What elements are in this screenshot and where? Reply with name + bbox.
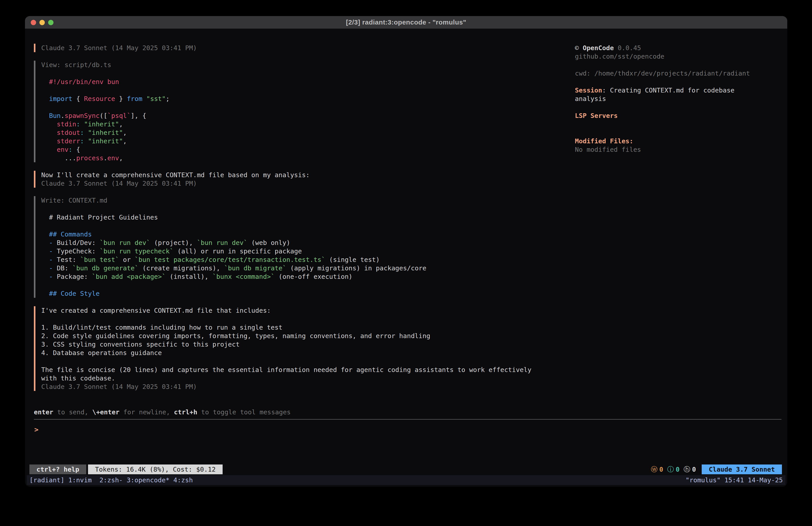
text-line: ...process.env, <box>41 154 170 162</box>
text-line: # Radiant Project Guidelines <box>41 213 426 222</box>
tmux-window-list: [radiant] 1:nvim 2:zsh- 3:opencode* 4:zs… <box>29 476 193 484</box>
text-line <box>575 120 782 128</box>
text-line: Now I'll create a comprehensive CONTEXT.… <box>41 171 310 179</box>
text-line <box>575 128 782 137</box>
block-accent-bar <box>34 306 35 391</box>
text-line: import { Resource } from "sst"; <box>41 95 170 103</box>
message-block: Now I'll create a comprehensive CONTEXT.… <box>34 171 573 188</box>
tmux-host-time: "romulus" 15:41 14-May-25 <box>686 476 783 484</box>
text-line: LSP Servers <box>575 111 782 120</box>
text-line <box>41 204 426 213</box>
text-line <box>41 315 532 323</box>
text-line: - Test: `bun test` or `bun test packages… <box>41 255 426 264</box>
minimize-button[interactable] <box>40 20 45 25</box>
warnings-indicator-icon: ⓦ <box>651 465 657 474</box>
text-line: #!/usr/bin/env bun <box>41 77 170 86</box>
text-line: cwd: /home/thdxr/dev/projects/radiant/ra… <box>575 69 782 77</box>
block-accent-bar <box>34 171 35 188</box>
text-line: Session: Creating CONTEXT.md for codebas… <box>575 86 782 95</box>
text-line: with this codebase. <box>41 374 532 382</box>
window-title: [2/3] radiant:3:opencode - "romulus" <box>346 18 466 26</box>
model-chip: Claude 3.7 Sonnet <box>702 465 782 474</box>
block-accent-bar <box>34 61 35 162</box>
text-line: Bun.spawnSync([`psql`], { <box>41 111 170 120</box>
text-line: - Build/Dev: `bun run dev` (project), `b… <box>41 239 426 247</box>
text-line: View: script/db.ts <box>41 61 170 69</box>
text-line: ## Code Style <box>41 289 426 298</box>
hints-indicator-icon: ⓗ <box>684 465 690 474</box>
text-line: I've created a comprehensive CONTEXT.md … <box>41 306 532 315</box>
text-line <box>41 86 170 95</box>
text-line: Claude 3.7 Sonnet (14 May 2025 03:41 PM) <box>41 44 197 52</box>
keybind-hints: enter to send, \+enter for newline, ctrl… <box>34 408 291 416</box>
terminal-window: [2/3] radiant:3:opencode - "romulus" Cla… <box>25 16 787 487</box>
tmux-window-item[interactable]: 2:zsh- <box>99 476 123 484</box>
input-divider <box>34 419 782 420</box>
session-sidebar: © OpenCode 0.0.45github.com/sst/opencode… <box>575 44 782 154</box>
text-line <box>41 281 426 289</box>
text-line: 1. Build/lint/test commands including ho… <box>41 323 532 332</box>
text-line <box>41 357 532 366</box>
text-line: stdin: "inherit", <box>41 120 170 128</box>
close-button[interactable] <box>31 20 36 25</box>
tmux-session-name: [radiant] <box>29 476 69 484</box>
tmux-window-item[interactable]: 3:opencode* <box>127 476 170 484</box>
text-line <box>575 103 782 111</box>
conversation: Claude 3.7 Sonnet (14 May 2025 03:41 PM)… <box>34 44 573 399</box>
block-accent-bar <box>34 196 35 298</box>
text-line: - DB: `bun db generate` (create migratio… <box>41 264 426 272</box>
text-line: Claude 3.7 Sonnet (14 May 2025 03:41 PM) <box>41 382 532 391</box>
text-line: Modified Files: <box>575 137 782 145</box>
hints-indicator: ⓗ0 <box>684 465 696 474</box>
text-line: Write: CONTEXT.md <box>41 196 426 204</box>
text-line: © OpenCode 0.0.45 <box>575 44 782 52</box>
status-bar: ctrl+? help Tokens: 16.4K (8%), Cost: $0… <box>29 465 782 474</box>
info-indicator-icon: ⓘ <box>667 465 674 474</box>
text-line: stderr: "inherit", <box>41 137 170 145</box>
text-line: stdout: "inherit", <box>41 128 170 137</box>
text-line: github.com/sst/opencode <box>575 52 782 61</box>
prompt-input[interactable]: > <box>34 425 39 434</box>
text-line: ## Commands <box>41 230 426 239</box>
message-block: I've created a comprehensive CONTEXT.md … <box>34 306 573 391</box>
text-line <box>41 103 170 111</box>
tmux-window-item[interactable]: 4:zsh <box>173 476 193 484</box>
text-line: - TypeCheck: `bun run typecheck` (all) o… <box>41 247 426 255</box>
window-titlebar[interactable]: [2/3] radiant:3:opencode - "romulus" <box>25 16 787 29</box>
traffic-lights <box>31 16 54 29</box>
message-block: Claude 3.7 Sonnet (14 May 2025 03:41 PM) <box>34 44 573 52</box>
tool-block: Write: CONTEXT.md # Radiant Project Guid… <box>34 196 573 298</box>
text-line: 2. Code style guidelines covering import… <box>41 332 532 340</box>
tmux-status-bar: [radiant] 1:nvim 2:zsh- 3:opencode* 4:zs… <box>27 475 785 485</box>
zoom-button[interactable] <box>48 20 54 25</box>
text-line: analysis <box>575 95 782 103</box>
text-line: env: { <box>41 145 170 154</box>
block-accent-bar <box>34 44 35 52</box>
text-line: - Package: `bun add <package>` (install)… <box>41 272 426 281</box>
text-line: 4. Database operations guidance <box>41 349 532 357</box>
text-line: Claude 3.7 Sonnet (14 May 2025 03:41 PM) <box>41 179 310 188</box>
text-line <box>575 77 782 86</box>
tokens-cost-chip: Tokens: 16.4K (8%), Cost: $0.12 <box>88 465 222 474</box>
text-line <box>575 61 782 69</box>
text-line: 3. CSS styling conventions specific to t… <box>41 340 532 349</box>
info-indicator: ⓘ0 <box>667 465 679 474</box>
tmux-window-item[interactable]: 1:nvim <box>69 476 96 484</box>
opencode-tui: Claude 3.7 Sonnet (14 May 2025 03:41 PM)… <box>25 29 787 487</box>
diagnostic-indicators: ⓦ0ⓘ0ⓗ0 <box>651 465 696 474</box>
text-line: No modified files <box>575 145 782 154</box>
text-line: The file is concise (20 lines) and captu… <box>41 366 532 374</box>
warnings-indicator: ⓦ0 <box>651 465 663 474</box>
help-chip: ctrl+? help <box>29 465 86 474</box>
tool-block: View: script/db.ts #!/usr/bin/env bun im… <box>34 61 573 162</box>
text-line <box>41 222 426 230</box>
text-line <box>41 69 170 77</box>
prompt-caret: > <box>34 426 39 433</box>
